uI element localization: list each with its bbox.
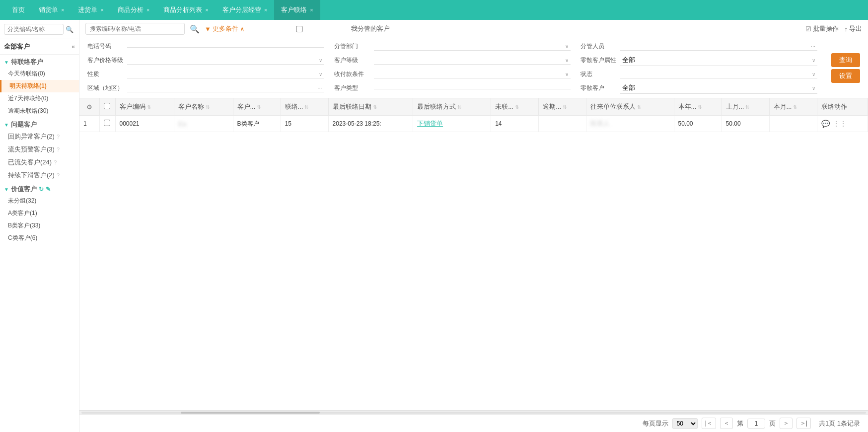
row-select-checkbox[interactable]: [104, 120, 110, 126]
search-button-icon[interactable]: 🔍: [190, 24, 200, 34]
row-this-year: 50.00: [674, 116, 722, 132]
payment-input[interactable]: ∨: [374, 71, 571, 78]
per-page-select[interactable]: 50 100 200: [672, 418, 698, 429]
person-more-btn[interactable]: ···: [811, 43, 815, 49]
sort-code[interactable]: ⇅: [147, 104, 151, 110]
nav-analysis-list[interactable]: 商品分析列表 ×: [156, 0, 215, 20]
status-input[interactable]: ∨: [620, 71, 817, 78]
sort-contact[interactable]: ⇅: [304, 104, 308, 110]
help-icon-1[interactable]: ?: [57, 146, 60, 152]
nav-sales[interactable]: 销货单 ×: [32, 0, 71, 20]
nav-analysis-close[interactable]: ×: [146, 7, 149, 13]
nav-analysis[interactable]: 商品分析 ×: [111, 0, 156, 20]
sidebar-item-lost[interactable]: 已流失客户(24) ?: [0, 156, 79, 169]
sidebar-item-lost-risk[interactable]: 流失预警客户(3) ?: [0, 143, 79, 156]
nav-purchase[interactable]: 进货单 ×: [71, 0, 110, 20]
dept-input[interactable]: ∨: [374, 43, 571, 51]
sort-name[interactable]: ⇅: [206, 104, 210, 110]
sort-type[interactable]: ⇅: [257, 104, 261, 110]
customer-level-input[interactable]: ∨: [374, 57, 571, 65]
nav-customer-segment[interactable]: 客户分层经营 ×: [216, 0, 274, 20]
row-checkbox: [99, 116, 115, 132]
table-row: 1 000021 Ea B类客户 15 2023-05-23 18:25: 下销…: [79, 116, 868, 132]
region-more-btn[interactable]: ···: [318, 85, 322, 91]
sort-overdue[interactable]: ⇅: [563, 104, 567, 110]
sidebar-item-today[interactable]: 今天待联络(0): [0, 68, 79, 80]
action-more-icon[interactable]: ⋮⋮: [833, 120, 847, 128]
sidebar-search-input[interactable]: [4, 24, 64, 35]
sidebar-item-class-c[interactable]: C类客户(6): [0, 232, 79, 244]
first-page-button[interactable]: |＜: [702, 418, 716, 429]
export-button[interactable]: ↑ 导出: [845, 24, 863, 33]
sort-last-contact-method[interactable]: ⇅: [457, 104, 461, 110]
batch-op-button[interactable]: ☑ 批量操作: [805, 24, 839, 33]
set-button[interactable]: 设置: [831, 69, 860, 83]
sidebar-item-class-a[interactable]: A类客户(1): [0, 207, 79, 219]
sidebar-item-continuous-decline[interactable]: 持续下滑客户(2) ?: [0, 169, 79, 182]
customer-type-input[interactable]: [374, 87, 571, 89]
sidebar-search-bar: 🔍: [0, 20, 79, 39]
row-this-month: [769, 116, 817, 132]
last-page-button[interactable]: ＞|: [796, 418, 811, 429]
nav-home[interactable]: 首页: [5, 0, 32, 20]
sidebar-item-tomorrow[interactable]: 明天待联络(1): [0, 80, 79, 92]
nav-sales-close[interactable]: ×: [61, 7, 64, 13]
sort-last-contact-date[interactable]: ⇅: [373, 104, 377, 110]
col-this-year: 本年... ⇅: [674, 98, 722, 116]
prev-page-button[interactable]: ＜: [720, 418, 733, 429]
sidebar-item-repurchase-abnormal[interactable]: 回购异常客户(2) ?: [0, 130, 79, 143]
row-last-contact-method: 下销货单: [413, 116, 491, 132]
sort-this-month[interactable]: ⇅: [793, 104, 797, 110]
select-all-checkbox[interactable]: [104, 103, 110, 109]
person-input[interactable]: ···: [620, 42, 817, 51]
value-refresh-icon[interactable]: ↻: [39, 186, 44, 193]
my-customers-checkbox-label[interactable]: 我分管的客户: [250, 24, 390, 33]
nature-input[interactable]: ∨: [127, 71, 324, 78]
query-button[interactable]: 查询: [831, 53, 860, 67]
col-settings: ⚙: [79, 98, 99, 116]
sidebar-all-customers[interactable]: 全部客户 «: [0, 39, 79, 55]
filter-bar: 🔍 ▼ 更多条件 ∧ 我分管的客户 ☑ 批量操作 ↑ 导出: [79, 20, 868, 38]
sidebar-search-icon[interactable]: 🔍: [66, 26, 73, 33]
last-contact-link[interactable]: 下销货单: [417, 120, 443, 127]
nav-analysis-list-close[interactable]: ×: [205, 7, 208, 13]
help-icon-2[interactable]: ?: [54, 159, 57, 165]
nav-purchase-close[interactable]: ×: [100, 7, 103, 13]
row-type: B类客户: [233, 116, 281, 132]
table-settings-gear[interactable]: ⚙: [86, 103, 92, 111]
region-input[interactable]: ···: [127, 84, 324, 92]
sidebar-item-week7[interactable]: 近7天待联络(0): [0, 92, 79, 105]
row-uncontacted: 14: [491, 116, 539, 132]
nature-label: 性质: [87, 70, 127, 78]
sort-unit-contact[interactable]: ⇅: [637, 104, 641, 110]
action-chat-icon[interactable]: 💬: [821, 120, 830, 128]
phone-input[interactable]: [127, 45, 324, 48]
sort-last-month[interactable]: ⇅: [745, 104, 749, 110]
filter-bar-right: ☑ 批量操作 ↑ 导出: [805, 24, 863, 33]
sidebar-item-overdue[interactable]: 逾期未联络(30): [0, 105, 79, 117]
col-last-month: 上月... ⇅: [722, 98, 769, 116]
row-last-contact-date: 2023-05-23 18:25:: [328, 116, 413, 132]
help-icon-3[interactable]: ?: [57, 172, 60, 178]
retail-customer-input[interactable]: 全部 ∨: [620, 82, 817, 94]
value-edit-icon[interactable]: ✎: [46, 186, 51, 193]
row-last-month: 50.00: [722, 116, 769, 132]
next-page-button[interactable]: ＞: [780, 418, 793, 429]
col-name: 客户名称 ⇅: [174, 98, 233, 116]
sort-uncontacted[interactable]: ⇅: [515, 104, 519, 110]
my-customers-checkbox[interactable]: [250, 26, 349, 32]
retail-attr-input[interactable]: 全部 ∨: [620, 55, 817, 66]
sort-this-year[interactable]: ⇅: [698, 104, 702, 110]
help-icon-0[interactable]: ?: [57, 134, 60, 140]
nav-customer-contact[interactable]: 客户联络 ×: [274, 0, 320, 20]
sidebar-item-class-b[interactable]: B类客户(33): [0, 219, 79, 232]
customer-type-label: 客户类型: [334, 84, 374, 92]
nav-customer-contact-close[interactable]: ×: [310, 7, 313, 13]
nav-customer-segment-close[interactable]: ×: [264, 7, 267, 13]
price-level-input[interactable]: ∨: [127, 57, 324, 65]
sidebar-item-ungrouped[interactable]: 未分组(32): [0, 195, 79, 207]
search-input[interactable]: [85, 23, 185, 35]
page-number-input[interactable]: [747, 419, 765, 429]
more-conditions-btn[interactable]: ▼ 更多条件 ∧: [205, 24, 245, 33]
horizontal-scrollbar[interactable]: [79, 410, 868, 414]
